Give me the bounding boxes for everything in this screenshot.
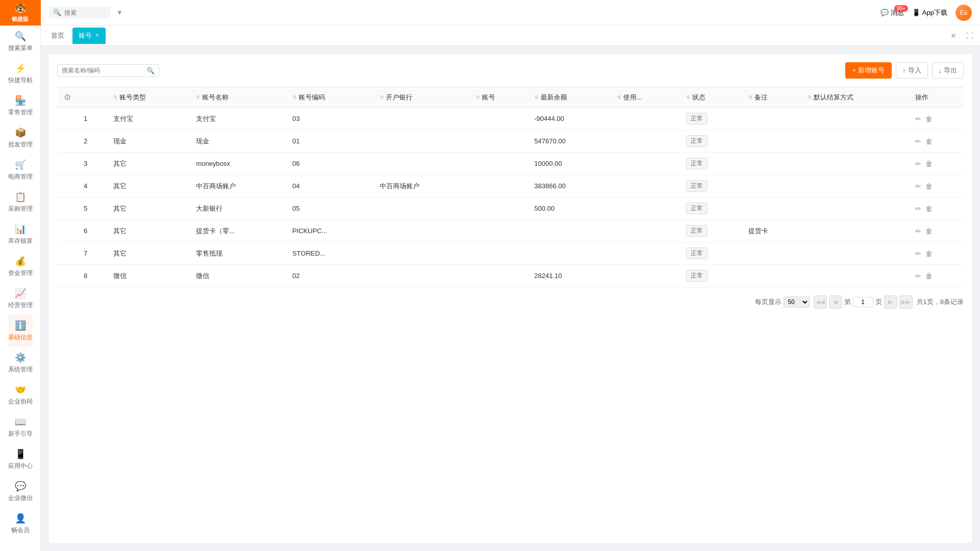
- cell-opening-bank: [374, 108, 470, 130]
- cell-actions: ✏ 🗑: [909, 265, 964, 287]
- cell-opening-bank: [374, 130, 470, 153]
- topbar-right: 💬 消息 99+ 📱 App下载 Ea: [880, 5, 972, 21]
- sidebar-item-quick-nav[interactable]: ⚡快捷导航: [8, 58, 33, 90]
- edit-btn[interactable]: ✏: [915, 182, 921, 190]
- th-notes[interactable]: ⇅备注: [742, 87, 801, 108]
- th-status[interactable]: ⇅状态: [680, 87, 742, 108]
- edit-btn[interactable]: ✏: [915, 227, 921, 235]
- table-body: 1 支付宝 支付宝 03 -90444.00 正常 ✏ 🗑 2 现金 现金 01…: [57, 108, 964, 287]
- th-gear[interactable]: ⚙: [57, 87, 78, 108]
- page-size-dropdown[interactable]: 50 10 20 100: [783, 296, 810, 308]
- edit-btn[interactable]: ✏: [915, 115, 921, 123]
- sidebar-item-enterprise-wechat[interactable]: 💬企业微信: [8, 475, 33, 508]
- last-page-btn[interactable]: ▶▶: [899, 295, 913, 309]
- cell-actions: ✏ 🗑: [909, 108, 964, 130]
- delete-btn[interactable]: 🗑: [925, 249, 933, 258]
- th-default-settlement[interactable]: ⇅默认结算方式: [801, 87, 909, 108]
- cell-index: 4: [78, 175, 107, 197]
- sidebar-item-wholesale-mgmt[interactable]: 📦批发管理: [8, 122, 33, 154]
- cell-index: 1: [78, 108, 107, 130]
- message-badge: 99+: [894, 5, 908, 12]
- cell-usage: [611, 153, 680, 175]
- sidebar-item-inventory-calc[interactable]: 📊库存核算: [8, 218, 33, 251]
- user-avatar[interactable]: Ea: [955, 5, 972, 21]
- sidebar-item-basic-info[interactable]: ℹ️基础信息: [8, 315, 33, 347]
- delete-btn[interactable]: 🗑: [925, 160, 933, 168]
- th-account-type[interactable]: ⇅账号类型: [107, 87, 190, 108]
- table-row: 5 其它 大新银行 05 500.00 正常 ✏ 🗑: [57, 197, 964, 220]
- table-row: 8 微信 微信 02 28241.10 正常 ✏ 🗑: [57, 265, 964, 287]
- export-button[interactable]: ↓ 导出: [932, 62, 964, 79]
- cell-index: 2: [78, 130, 107, 153]
- edit-btn[interactable]: ✏: [915, 205, 921, 213]
- cell-notes: [742, 265, 801, 287]
- delete-btn[interactable]: 🗑: [925, 272, 933, 280]
- delete-btn[interactable]: 🗑: [925, 137, 933, 145]
- tab-close-all-btn[interactable]: ✕: [947, 30, 960, 42]
- cell-account-type: 其它: [107, 242, 190, 265]
- th-usage[interactable]: ⇅使用...: [611, 87, 680, 108]
- cell-default-settlement: [801, 130, 909, 153]
- sidebar-icon-new-guide: 📖: [15, 416, 26, 428]
- tabbar: 首页 账号 ✕ ✕ ⛶: [41, 26, 980, 46]
- tab-home[interactable]: 首页: [45, 28, 70, 44]
- delete-btn[interactable]: 🗑: [925, 182, 933, 190]
- delete-btn[interactable]: 🗑: [925, 115, 933, 123]
- first-page-btn[interactable]: ◀◀: [814, 295, 827, 309]
- cell-latest-balance: 10000.00: [528, 153, 611, 175]
- sidebar-item-search-menu[interactable]: 🔍搜索菜单: [8, 26, 33, 58]
- sidebar-label-purchase-mgmt: 采购管理: [8, 205, 33, 213]
- sidebar-item-system-mgmt[interactable]: ⚙️系统管理: [8, 347, 33, 379]
- topbar-message[interactable]: 💬 消息 99+: [880, 8, 904, 17]
- edit-btn[interactable]: ✏: [915, 160, 921, 168]
- import-button[interactable]: ↑ 导入: [896, 62, 928, 79]
- cell-gear: [57, 242, 78, 265]
- delete-btn[interactable]: 🗑: [925, 205, 933, 213]
- delete-btn[interactable]: 🗑: [925, 227, 933, 235]
- sidebar-item-new-guide[interactable]: 📖新手引导: [8, 411, 33, 443]
- sidebar-label-enterprise-agreement: 企业协同: [8, 397, 33, 406]
- th-account-code[interactable]: ⇅账号编码: [286, 87, 374, 108]
- th-latest-balance[interactable]: ⇅最新余额: [528, 87, 611, 108]
- topbar-app-download[interactable]: 📱 App下载: [912, 8, 947, 17]
- tab-expand-btn[interactable]: ⛶: [964, 30, 976, 42]
- sidebar-item-ecommerce-mgmt[interactable]: 🛒电商管理: [8, 154, 33, 186]
- edit-btn[interactable]: ✏: [915, 272, 921, 280]
- cell-actions: ✏ 🗑: [909, 175, 964, 197]
- cell-account-number: [470, 265, 528, 287]
- cell-account-name: 提货卡（零...: [190, 220, 286, 242]
- topbar-dropdown-icon[interactable]: ▼: [116, 9, 123, 16]
- sidebar-item-app-center[interactable]: 📱应用中心: [8, 443, 33, 475]
- page-number-input[interactable]: [853, 297, 873, 307]
- sidebar-item-enterprise-agreement[interactable]: 🤝企业协同: [8, 379, 33, 411]
- search-box[interactable]: 🔍: [57, 64, 159, 77]
- search-input[interactable]: [62, 67, 143, 74]
- topbar-search-input[interactable]: [64, 9, 105, 16]
- prev-page-btn[interactable]: ◀: [829, 295, 842, 309]
- sidebar-item-member[interactable]: 👤畅会员: [8, 508, 33, 540]
- th-account-number[interactable]: ⇅账号: [470, 87, 528, 108]
- status-badge: 正常: [686, 180, 707, 192]
- cell-status: 正常: [680, 153, 742, 175]
- next-page-btn[interactable]: ▶: [884, 295, 897, 309]
- sidebar-item-retail-mgmt[interactable]: 🏪零售管理: [8, 90, 33, 122]
- sidebar-item-capital-mgmt[interactable]: 💰资金管理: [8, 251, 33, 283]
- tab-account[interactable]: 账号 ✕: [72, 28, 106, 44]
- th-opening-bank[interactable]: ⇅开户银行: [374, 87, 470, 108]
- cell-latest-balance: 383866.00: [528, 175, 611, 197]
- sidebar-item-purchase-mgmt[interactable]: 📋采购管理: [8, 186, 33, 218]
- cell-account-name: moneybosx: [190, 153, 286, 175]
- add-account-button[interactable]: + 新增账号: [845, 62, 892, 79]
- cell-status: 正常: [680, 220, 742, 242]
- tab-home-label: 首页: [51, 31, 64, 40]
- edit-btn[interactable]: ✏: [915, 137, 921, 145]
- cell-index: 6: [78, 220, 107, 242]
- th-account-name[interactable]: ⇅账号名称: [190, 87, 286, 108]
- sidebar-item-operations-mgmt[interactable]: 📈经营管理: [8, 283, 33, 315]
- topbar-search-box[interactable]: 🔍: [49, 7, 110, 18]
- edit-btn[interactable]: ✏: [915, 249, 921, 258]
- table-row: 4 其它 中百商场账户 04 中百商场账户 383866.00 正常 ✏ 🗑: [57, 175, 964, 197]
- gear-icon[interactable]: ⚙: [64, 93, 71, 102]
- close-tab-icon[interactable]: ✕: [95, 32, 100, 39]
- search-icon[interactable]: 🔍: [146, 67, 155, 74]
